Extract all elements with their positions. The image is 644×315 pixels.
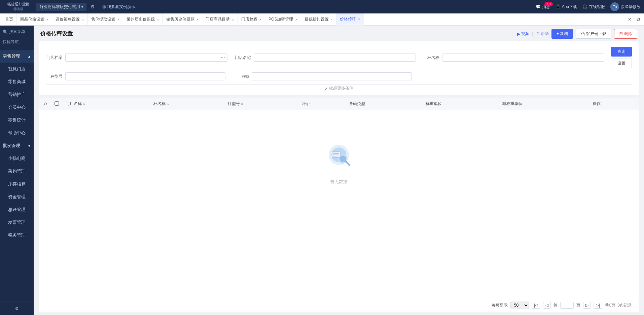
maximize-tab-btn[interactable]: ⧉ (635, 16, 642, 23)
sidebar-item-ecommerce[interactable]: 小畅电商 (0, 152, 34, 165)
tab-purchase-history[interactable]: 采购历史价跟踪 × (123, 13, 163, 26)
tab-close-icon[interactable]: × (46, 18, 48, 22)
tab-store-catalog[interactable]: 门店商品目录 × (202, 13, 238, 26)
video-link[interactable]: ▶ 视频 (517, 31, 529, 37)
tab-store-archive-label: 门店档案 (241, 16, 257, 22)
last-page-btn[interactable]: ▷| (594, 302, 602, 309)
expand-arrow-icon: ▼ (28, 144, 31, 148)
th-scale-name-label: 秤名称 (153, 101, 166, 107)
tab-store-archive[interactable]: 门店档案 × (238, 13, 265, 26)
version-selector[interactable]: 好业财标准版交付试用 ▾ (36, 3, 86, 11)
app-download-btn[interactable]: 📱 App下载 (556, 4, 577, 10)
top-bar-left: 畅捷通好业财 标准版 好业财标准版交付试用 ▾ ⚙ ◎ 我要看实例演示 (3, 2, 135, 11)
tab-close-icon[interactable]: × (232, 18, 234, 22)
app-download-label: App下载 (562, 4, 577, 10)
help-link[interactable]: ？ 帮助 (536, 31, 549, 37)
next-page-btn[interactable]: ▷ (583, 302, 591, 309)
th-store-name-label: 门店名称 (66, 101, 82, 107)
tab-min-discount[interactable]: 最低折扣设置 × (301, 13, 336, 26)
logo-area: 畅捷通好业财 标准版 (3, 2, 34, 11)
sidebar-item-retail-mall[interactable]: 零售商城 (0, 75, 34, 88)
scale-model-input[interactable] (65, 72, 225, 80)
filter-store-name: 门店名称 (234, 54, 416, 62)
top-bar: 畅捷通好业财 标准版 好业财标准版交付试用 ▾ ⚙ ◎ 我要看实例演示 💬 消息… (0, 0, 644, 13)
tab-pos-mgmt[interactable]: POS加密管理 × (265, 13, 301, 26)
tab-close-icon[interactable]: × (358, 17, 360, 21)
table-body: 暂无数据 (39, 110, 639, 208)
filter-row-1: 门店档案 ··· 门店名称 秤名称 (46, 47, 632, 68)
sidebar-item-wholesale-mgmt[interactable]: 批发管理 ▼ (0, 139, 34, 152)
table-settings-icon[interactable]: ⚙ (43, 102, 47, 106)
headset-icon: 🎧 (582, 4, 587, 9)
more-options-icon[interactable]: ··· (219, 54, 227, 61)
close-tab-btn[interactable]: × (626, 16, 633, 23)
tab-sale-extract[interactable]: 售价提取设置 × (88, 13, 123, 26)
sidebar-nav-label: 快捷导航 (3, 39, 19, 44)
tab-close-icon[interactable]: × (295, 18, 297, 22)
messages-btn[interactable]: 💬 消息 99+ (536, 4, 550, 10)
gear-icon: ⚙ (15, 306, 19, 311)
scale-name-input[interactable] (442, 54, 604, 62)
sidebar-item-tax[interactable]: 税务管理 (0, 229, 34, 242)
content-area: 价格传秤设置 ▶ 视频 | ？ 帮助 + 新增 凸 客户端下载 自 删除 (34, 26, 644, 315)
tab-close-icon[interactable]: × (331, 18, 333, 22)
store-archive-input[interactable] (66, 54, 219, 61)
svg-rect-5 (332, 151, 340, 158)
sidebar-item-invoice[interactable]: 发票管理 (0, 216, 34, 229)
app-subtitle: 标准版 (13, 7, 24, 11)
sidebar-item-retail-mgmt[interactable]: 零售管理 ▲ (0, 50, 34, 63)
sidebar-item-retail-stats[interactable]: 零售统计 (0, 114, 34, 127)
tab-sales-history[interactable]: 销售历史价跟踪 × (163, 13, 202, 26)
set-button[interactable]: 设置 (611, 59, 632, 68)
page-number-input[interactable]: 1 (560, 302, 574, 309)
sidebar-nav[interactable]: 快捷导航 (0, 37, 34, 47)
empty-state-row: 暂无数据 (39, 110, 639, 208)
collapse-filters-btn[interactable]: ∧ 收起更多条件 (46, 84, 632, 92)
store-name-input[interactable] (254, 54, 416, 62)
sidebar-item-member-center[interactable]: 会员中心 (0, 101, 34, 114)
svg-line-4 (346, 161, 350, 165)
th-scale-model: 秤型号 ⇅ (224, 98, 299, 110)
first-page-btn[interactable]: |◁ (532, 302, 540, 309)
tab-purchase-strategy[interactable]: 进价策略设置 × (52, 13, 87, 26)
tab-home[interactable]: 首页 (2, 13, 17, 26)
sidebar-gear[interactable]: ⚙ (0, 302, 34, 315)
user-menu[interactable]: Ea 徐泽华修改 (610, 2, 641, 11)
sidebar-item-marketing[interactable]: 营销推广 (0, 88, 34, 101)
tab-close-icon[interactable]: × (82, 18, 84, 22)
tab-close-icon[interactable]: × (157, 18, 159, 22)
sidebar-item-label: 库存核算 (8, 181, 26, 187)
sidebar-item-label: 小畅电商 (8, 155, 26, 162)
tab-close-icon[interactable]: × (117, 18, 119, 22)
sidebar-search[interactable]: 🔍 搜索菜单 (0, 26, 34, 37)
sidebar-item-finance[interactable]: 资金管理 (0, 190, 34, 203)
sidebar-item-purchase-mgmt[interactable]: 采购管理 (0, 165, 34, 178)
sidebar-item-smart-store[interactable]: 智慧门店 (0, 63, 34, 75)
delete-button[interactable]: 自 删除 (614, 29, 637, 39)
per-page-select[interactable]: 50 100 200 (510, 302, 529, 309)
sidebar-item-help-center[interactable]: 帮助中心 (0, 127, 34, 139)
add-button[interactable]: + 新增 (551, 29, 573, 39)
select-all-checkbox[interactable] (55, 101, 59, 106)
online-service-btn[interactable]: 🎧 在线客服 (582, 4, 605, 10)
sidebar-item-ledger[interactable]: 总账管理 (0, 203, 34, 216)
sidebar-item-inventory[interactable]: 库存核算 (0, 178, 34, 190)
scale-ip-input[interactable] (252, 72, 412, 80)
tab-price-settings[interactable]: 商品价格设置 × (17, 13, 52, 26)
tab-close-icon[interactable]: × (196, 18, 199, 22)
table-header-row: ⚙ 门店名称 ⇅ (39, 98, 639, 110)
tab-price-scale[interactable]: 价格传秤 × (336, 13, 364, 26)
tab-price-scale-label: 价格传秤 (340, 16, 356, 22)
settings-icon[interactable]: ⚙ (89, 3, 96, 11)
query-button[interactable]: 查询 (611, 47, 632, 57)
tab-close-icon[interactable]: × (259, 18, 261, 22)
prev-page-btn[interactable]: ◁ (543, 302, 551, 309)
sort-icon: ⇅ (241, 102, 243, 106)
sidebar-item-label: 智慧门店 (8, 66, 26, 72)
empty-icon (322, 140, 356, 173)
demo-link[interactable]: ◎ 我要看实例演示 (102, 4, 135, 10)
tab-bar: 首页 商品价格设置 × 进价策略设置 × 售价提取设置 × 采购历史价跟踪 × … (0, 13, 644, 26)
download-client-button[interactable]: 凸 客户端下载 (576, 29, 611, 39)
filter-scale-name-label: 秤名称 (423, 55, 439, 61)
demo-label: 我要看实例演示 (107, 4, 135, 10)
